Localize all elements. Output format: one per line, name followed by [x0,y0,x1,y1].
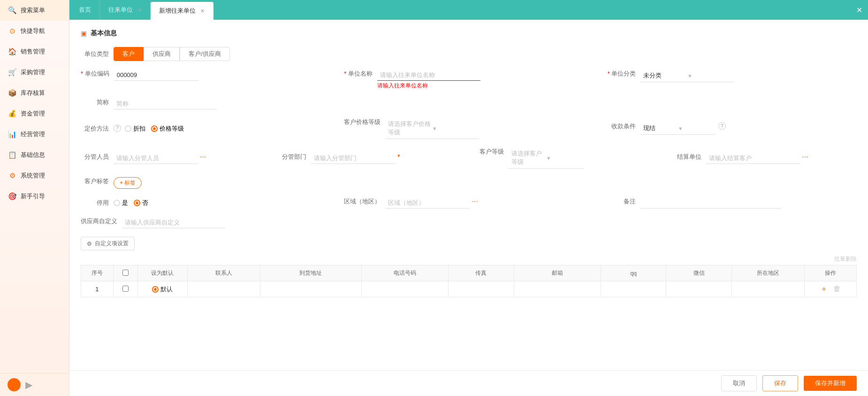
radio-yes[interactable]: 是 [114,199,128,207]
price-level-chevron: ▾ [433,125,476,132]
sidebar-item-finance[interactable]: 💰 资金管理 [0,103,69,124]
row-default-radio[interactable] [152,286,159,293]
table-section: ⚙ 自定义项设置 批量删除 序号 设为默认 联系人 到货地址 电话号码 传真 [81,237,857,297]
close-all-tabs-icon[interactable]: ✕ [856,6,862,15]
field-region: 区域（地区） ··· [344,197,593,209]
row-region-cell-input[interactable] [749,286,787,293]
row-qq-cell [601,281,666,297]
pricing-radio-group: 折扣 价格等级 [125,124,184,133]
disabled-label: 停用 [81,199,114,207]
save-button[interactable]: 保存 [762,375,798,391]
manager-input[interactable] [114,153,198,164]
sidebar-item-quick-nav[interactable]: ⊙ 快捷导航 [0,21,69,41]
inventory-icon: 📦 [8,88,17,98]
tags-label: 客户标签 [81,177,114,186]
unit-code-input[interactable] [114,70,198,81]
row-qq-input[interactable] [617,286,650,293]
purchase-icon: 🛒 [8,68,17,77]
manager-more-btn[interactable]: ··· [198,153,208,161]
remarks-input[interactable] [640,197,781,209]
dept-input[interactable] [311,153,396,164]
close-new-partner-tab[interactable]: ✕ [200,8,205,14]
field-disabled: 停用 是 否 [81,199,330,207]
field-unit-code: 单位编码 [81,70,330,81]
section-header: ▣ 基本信息 [81,29,857,38]
sidebar-expand-icon[interactable]: ▶ [25,379,32,390]
sidebar-item-operations[interactable]: 📊 经营管理 [0,124,69,145]
sidebar-item-search[interactable]: 🔍 搜索菜单 [0,0,69,21]
tab-partner[interactable]: 往来单位 ✕ [100,0,151,20]
short-name-input[interactable] [114,98,217,109]
close-partner-tab[interactable]: ✕ [137,7,142,13]
cancel-button[interactable]: 取消 [721,375,757,391]
save-new-button[interactable]: 保存并新增 [804,376,857,391]
sidebar-item-purchase[interactable]: 🛒 采购管理 [0,62,69,83]
finance-icon: 💰 [8,109,17,118]
type-btn-supplier[interactable]: 供应商 [144,47,180,61]
table-actions: 批量删除 [81,255,857,263]
radio-discount[interactable]: 折扣 [125,124,145,133]
add-tag-button[interactable]: + 标签 [114,177,142,189]
row-address-input[interactable] [282,286,339,293]
col-phone: 电话号码 [361,265,448,281]
row-supplier-custom: 供应商自定义 [81,217,857,228]
row-checkbox[interactable] [122,286,129,292]
customer-level-chevron: ▾ [547,155,581,162]
supplier-custom-input[interactable] [122,217,225,228]
radio-price-level[interactable]: 价格等级 [151,124,184,133]
custom-settings-button[interactable]: ⚙ 自定义项设置 [81,237,135,250]
manager-label: 分管人员 [81,153,114,161]
unit-category-value: 未分类 [643,71,686,80]
row-fax-input[interactable] [464,286,497,293]
field-remarks: 备注 [608,197,857,209]
row-email-input[interactable] [534,286,581,293]
unit-category-chevron: ▾ [688,72,731,79]
sidebar-item-inventory[interactable]: 📦 库存核算 [0,83,69,103]
form-content: ▣ 基本信息 单位类型 客户 供应商 客户/供应商 单位编码 单位名称 请输入往… [69,20,868,370]
row-delete-btn[interactable]: 🗑 [831,285,843,293]
type-btn-both[interactable]: 客户/供应商 [180,47,230,61]
row-manager: 分管人员 ··· 分管部门 ▾ 客户等级 请选择客户等级 ▾ 结算单位 ··· [81,148,857,169]
col-action: 操作 [804,265,856,281]
payment-terms-select[interactable]: 现结 ▾ [640,122,716,135]
unit-code-label: 单位编码 [81,70,114,78]
radio-no-circle [134,200,140,206]
tab-home[interactable]: 首页 [69,0,100,20]
batch-delete-btn[interactable]: 批量删除 [834,255,857,263]
row-wechat-input[interactable] [683,286,716,293]
select-all-checkbox[interactable] [122,270,129,276]
price-level-select[interactable]: 请选择客户价格等级 ▾ [385,118,479,139]
sidebar-item-system[interactable]: ⚙ 系统管理 [0,165,69,186]
sidebar-item-guide[interactable]: 🎯 新手引导 [0,186,69,207]
settings-icon: ⚙ [87,241,92,247]
table-row: 1 默认 [81,281,857,297]
pricing-question-icon[interactable]: ? [114,124,121,132]
price-level-placeholder: 请选择客户价格等级 [388,120,431,137]
table-header-row: 序号 设为默认 联系人 到货地址 电话号码 传真 邮箱 qq 微信 所在地区 操… [81,265,857,281]
field-manager: 分管人员 ··· [81,153,264,164]
row-address-cell [260,281,361,297]
supplier-custom-label: 供应商自定义 [81,217,122,225]
row-add-btn[interactable]: ＋ [818,285,830,293]
tab-bar: 首页 往来单位 ✕ 新增往来单位 ✕ ✕ [69,0,868,20]
row-short-name: 简称 [81,98,857,109]
radio-no[interactable]: 否 [134,199,148,207]
sidebar-item-basic-info[interactable]: 📋 基础信息 [0,145,69,165]
row-checkbox-cell [113,281,137,297]
sidebar-bottom: ▶ [0,373,69,396]
unit-name-field-inner: 请输入往来单位名称 [377,70,480,90]
settlement-input[interactable] [706,153,800,164]
type-btn-customer[interactable]: 客户 [114,47,144,61]
settlement-more-btn[interactable]: ··· [800,153,810,161]
unit-category-select[interactable]: 未分类 ▾ [640,70,734,82]
row-contact-input[interactable] [205,286,243,293]
payment-terms-question-icon[interactable]: ? [718,122,726,130]
tab-new-partner[interactable]: 新增往来单位 ✕ [151,2,213,20]
region-more-btn[interactable]: ··· [470,197,480,206]
unit-name-input[interactable] [377,70,480,81]
customer-level-select[interactable]: 请选择客户等级 ▾ [509,148,584,169]
field-payment-terms: 收款条件 现结 ▾ ? [608,122,857,135]
region-input[interactable] [385,197,470,209]
row-phone-input[interactable] [381,286,428,293]
sidebar-item-sales[interactable]: 🏠 销售管理 [0,41,69,62]
